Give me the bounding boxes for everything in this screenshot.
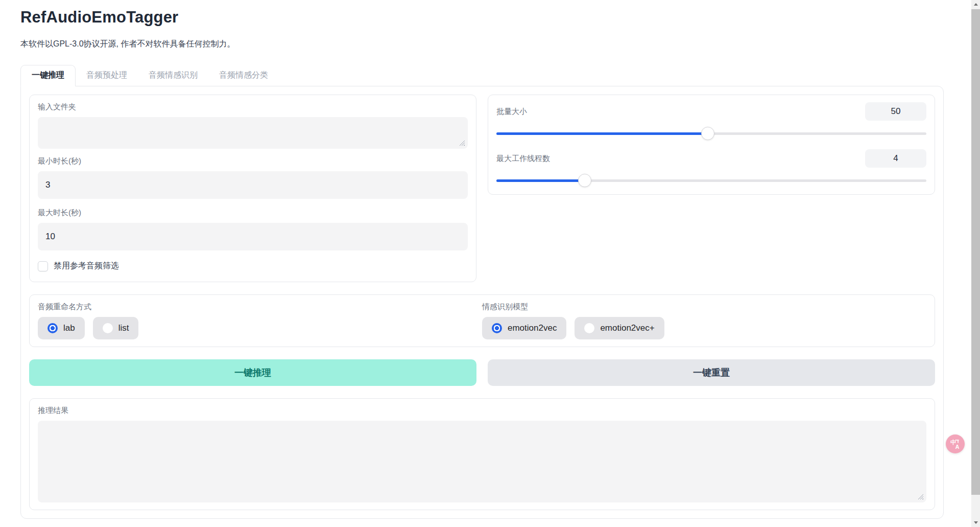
disable-ref-filter-label[interactable]: 禁用参考音频筛选: [54, 261, 119, 271]
min-duration-label: 最小时长(秒): [38, 156, 468, 166]
main-page: RefAudioEmoTagger 本软件以GPL-3.0协议开源, 作者不对软…: [20, 0, 944, 519]
tab-emotion-classification[interactable]: 音频情感分类: [208, 65, 279, 86]
batch-size-block: 批量大小 50: [496, 102, 926, 140]
rename-mode-option-lab[interactable]: lab: [38, 317, 85, 339]
slider-handle[interactable]: [578, 174, 591, 187]
license-note: 本软件以GPL-3.0协议开源, 作者不对软件具备任何控制力。: [20, 39, 944, 50]
batch-size-label: 批量大小: [496, 107, 527, 117]
translate-button[interactable]: 中 A: [946, 434, 965, 453]
radio-unselected-icon: [584, 323, 594, 333]
radio-option-label: list: [118, 323, 129, 333]
input-folder-textarea[interactable]: [38, 117, 468, 149]
emotion-model-option-emotion2vec[interactable]: emotion2vec: [482, 317, 566, 339]
options-group: 音频重命名方式 lab list 情感识别模型: [29, 294, 935, 347]
svg-text:A: A: [955, 444, 959, 450]
scroll-up-button[interactable]: [971, 0, 980, 9]
max-duration-input[interactable]: 10: [38, 223, 468, 250]
scroll-down-icon: [974, 521, 978, 524]
max-workers-value-input[interactable]: 4: [865, 149, 926, 168]
radio-unselected-icon: [103, 323, 113, 333]
slider-handle[interactable]: [701, 127, 714, 140]
disable-ref-filter-checkbox[interactable]: [38, 261, 48, 271]
tab-one-click-inference[interactable]: 一键推理: [20, 65, 76, 86]
result-label: 推理结果: [38, 406, 926, 416]
rename-mode-option-list[interactable]: list: [93, 317, 139, 339]
emotion-model-option-emotion2vec-plus[interactable]: emotion2vec+: [575, 317, 664, 339]
performance-settings-group: 批量大小 50 最大工作线程数 4: [488, 95, 935, 195]
min-duration-input[interactable]: 3: [38, 171, 468, 199]
max-workers-label: 最大工作线程数: [496, 154, 550, 164]
tab-emotion-recognition[interactable]: 音频情感识别: [138, 65, 208, 86]
scroll-down-button[interactable]: [971, 518, 980, 527]
scrollbar-thumb[interactable]: [971, 9, 980, 495]
input-folder-label: 输入文件夹: [38, 102, 468, 112]
result-textarea[interactable]: [38, 421, 926, 502]
result-group: 推理结果: [29, 398, 935, 510]
radio-option-label: emotion2vec: [508, 323, 557, 333]
disable-ref-filter-row: 禁用参考音频筛选: [38, 260, 468, 274]
tab-bar: 一键推理 音频预处理 音频情感识别 音频情感分类: [20, 65, 944, 86]
rename-mode-section: 音频重命名方式 lab list: [38, 302, 482, 339]
scroll-up-icon: [974, 3, 978, 6]
batch-size-value-input[interactable]: 50: [865, 102, 926, 121]
rename-mode-label: 音频重命名方式: [38, 302, 482, 312]
radio-selected-icon: [492, 323, 502, 333]
batch-size-slider[interactable]: [496, 127, 926, 140]
max-workers-slider[interactable]: [496, 174, 926, 187]
max-duration-label: 最大时长(秒): [38, 208, 468, 218]
run-inference-button[interactable]: 一键推理: [29, 359, 476, 386]
radio-selected-icon: [47, 323, 58, 333]
vertical-scrollbar: [971, 0, 980, 527]
tab-panel-one-click-inference: 输入文件夹 最小时长(秒) 3 最大时长(秒) 10 禁用参考音频筛选 批量大小…: [20, 86, 944, 519]
emotion-model-section: 情感识别模型 emotion2vec emotion2vec+: [482, 302, 926, 339]
reset-button[interactable]: 一键重置: [488, 359, 935, 386]
radio-option-label: emotion2vec+: [600, 323, 654, 333]
page-title: RefAudioEmoTagger: [20, 8, 944, 27]
translate-icon: 中 A: [949, 438, 962, 450]
slider-fill: [496, 179, 585, 182]
slider-fill: [496, 132, 708, 135]
input-settings-group: 输入文件夹 最小时长(秒) 3 最大时长(秒) 10 禁用参考音频筛选: [29, 95, 476, 282]
radio-option-label: lab: [63, 323, 75, 333]
emotion-model-label: 情感识别模型: [482, 302, 926, 312]
tab-audio-preprocess[interactable]: 音频预处理: [76, 65, 138, 86]
max-workers-block: 最大工作线程数 4: [496, 149, 926, 187]
